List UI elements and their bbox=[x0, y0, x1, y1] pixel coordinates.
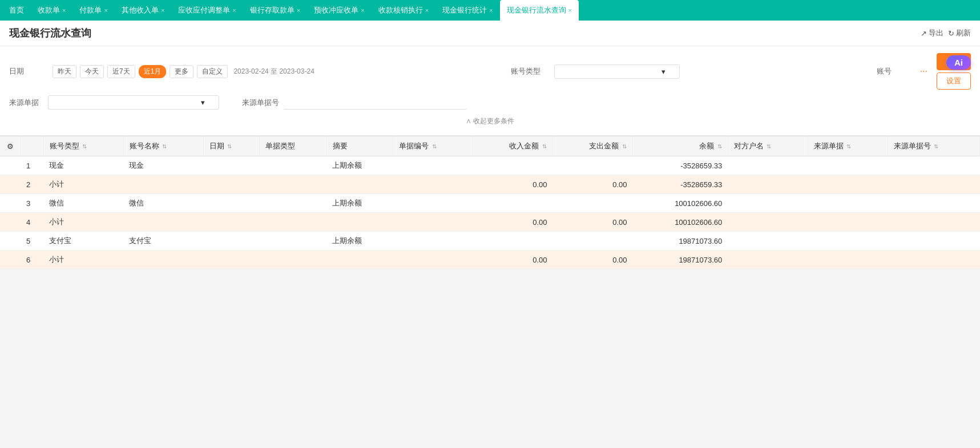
th-doc-no[interactable]: 单据编号 ⇅ bbox=[393, 136, 473, 156]
nav-adjustment[interactable]: 应收应付调整单 × bbox=[171, 0, 243, 21]
th-income[interactable]: 收入金额 ⇅ bbox=[473, 136, 552, 156]
filter-row-2: 来源单据 ▾ 来源单据号 bbox=[9, 95, 971, 110]
nav-bank-deposit[interactable]: 银行存取款单 × bbox=[243, 0, 307, 21]
account-type-label: 账号类型 bbox=[511, 66, 545, 76]
th-account-name[interactable]: 账号名称 ⇅ bbox=[123, 136, 203, 156]
th-num bbox=[21, 136, 43, 156]
refresh-icon: ↻ bbox=[948, 29, 954, 38]
nav-cashflow[interactable]: 现金银行流水查询 × bbox=[500, 0, 579, 21]
table-row[interactable]: 2小计0.000.00-3528659.33 bbox=[0, 175, 980, 194]
date-btn-today[interactable]: 今天 bbox=[80, 65, 104, 78]
date-options: 昨天 今天 近7天 近1月 更多 自定义 2023-02-24 至 2023-0… bbox=[53, 65, 314, 78]
th-account-type[interactable]: 账号类型 ⇅ bbox=[43, 136, 123, 156]
nav-payments[interactable]: 付款单 × bbox=[72, 0, 114, 21]
table-row[interactable]: 6小计0.000.0019871073.60 bbox=[0, 251, 980, 269]
date-filter-label: 日期 bbox=[9, 66, 43, 76]
nav-stats[interactable]: 现金银行统计 × bbox=[435, 0, 499, 21]
close-icon[interactable]: × bbox=[232, 7, 236, 14]
close-icon[interactable]: × bbox=[161, 7, 164, 14]
source-doc-no-input[interactable] bbox=[284, 96, 466, 110]
sort-icon: ⇅ bbox=[622, 143, 627, 150]
settings-button[interactable]: 设置 bbox=[937, 72, 971, 90]
table-row[interactable]: 4小计0.000.00100102606.60 bbox=[0, 213, 980, 232]
source-doc-select[interactable]: ▾ bbox=[48, 95, 219, 110]
sort-icon: ⇅ bbox=[846, 143, 851, 150]
nav-home[interactable]: 首页 bbox=[2, 0, 31, 21]
sort-icon: ⇅ bbox=[542, 143, 547, 150]
sort-icon: ⇅ bbox=[82, 143, 87, 150]
nav-verify[interactable]: 收款核销执行 × bbox=[372, 0, 435, 21]
export-button[interactable]: ↗ 导出 bbox=[921, 28, 943, 38]
nav-prepay[interactable]: 预收冲应收单 × bbox=[307, 0, 371, 21]
sort-icon: ⇅ bbox=[432, 143, 437, 150]
close-icon[interactable]: × bbox=[489, 7, 493, 14]
refresh-button[interactable]: ↻ 刷新 bbox=[948, 28, 971, 38]
th-summary: 摘要 bbox=[326, 136, 393, 156]
source-doc-no-label: 来源单据号 bbox=[242, 98, 279, 108]
th-source-doc[interactable]: 来源单据 ⇅ bbox=[808, 136, 888, 156]
th-date[interactable]: 日期 ⇅ bbox=[203, 136, 259, 156]
date-btn-more[interactable]: 更多 bbox=[170, 65, 193, 78]
date-btn-7days[interactable]: 近7天 bbox=[107, 65, 135, 78]
close-icon[interactable]: × bbox=[568, 7, 572, 14]
chevron-down-icon: ▾ bbox=[201, 98, 205, 107]
nav-other-income[interactable]: 其他收入单 × bbox=[115, 0, 171, 21]
top-nav: 首页 收款单 × 付款单 × 其他收入单 × 应收应付调整单 × 银行存取款单 … bbox=[0, 0, 980, 21]
table-header-row: ⚙ 账号类型 ⇅ 账号名称 ⇅ 日期 ⇅ 单据类型 摘要 bbox=[0, 136, 980, 156]
sort-icon: ⇅ bbox=[934, 143, 938, 150]
filter-area: 日期 昨天 今天 近7天 近1月 更多 自定义 2023-02-24 至 202… bbox=[0, 46, 980, 136]
collapse-icon: ∧ bbox=[466, 117, 471, 125]
sort-icon: ⇅ bbox=[227, 143, 232, 150]
th-balance[interactable]: 余额 ⇅ bbox=[633, 136, 728, 156]
filter-row-1: 日期 昨天 今天 近7天 近1月 更多 自定义 2023-02-24 至 202… bbox=[9, 53, 971, 90]
collapse-bar[interactable]: ∧ 收起更多条件 bbox=[9, 114, 971, 128]
sort-icon: ⇅ bbox=[162, 143, 167, 150]
close-icon[interactable]: × bbox=[297, 7, 300, 14]
chevron-down-icon: ▾ bbox=[662, 67, 666, 76]
source-doc-group: 来源单据 ▾ bbox=[9, 95, 219, 110]
th-doc-type: 单据类型 bbox=[259, 136, 326, 156]
th-expense[interactable]: 支出金额 ⇅ bbox=[553, 136, 633, 156]
table-row[interactable]: 3微信微信上期余额100102606.60 bbox=[0, 194, 980, 213]
date-btn-yesterday[interactable]: 昨天 bbox=[53, 65, 76, 78]
export-icon: ↗ bbox=[921, 29, 927, 38]
date-btn-1month[interactable]: 近1月 bbox=[139, 65, 167, 78]
account-label: 账号 bbox=[877, 66, 911, 76]
close-icon[interactable]: × bbox=[361, 7, 364, 14]
sort-icon: ⇅ bbox=[717, 143, 722, 150]
account-dots[interactable]: ··· bbox=[920, 66, 927, 76]
table-row[interactable]: 5支付宝支付宝上期余额19871073.60 bbox=[0, 232, 980, 251]
date-range-display: 2023-02-24 至 2023-03-24 bbox=[233, 67, 314, 76]
th-source-doc-no[interactable]: 来源单据号 ⇅ bbox=[888, 136, 979, 156]
table-container: ⚙ 账号类型 ⇅ 账号名称 ⇅ 日期 ⇅ 单据类型 摘要 bbox=[0, 136, 980, 269]
table-row[interactable]: 1现金现金上期余额-3528659.33 bbox=[0, 156, 980, 175]
source-doc-label: 来源单据 bbox=[9, 98, 43, 108]
sort-icon: ⇅ bbox=[767, 143, 771, 150]
header-actions: ↗ 导出 ↻ 刷新 bbox=[921, 28, 971, 38]
close-icon[interactable]: × bbox=[425, 7, 429, 14]
page-header: 现金银行流水查询 ↗ 导出 ↻ 刷新 bbox=[0, 21, 980, 46]
ai-badge[interactable]: Ai bbox=[946, 55, 971, 70]
th-gear[interactable]: ⚙ bbox=[0, 136, 21, 156]
page-title: 现金银行流水查询 bbox=[9, 26, 91, 40]
date-btn-custom[interactable]: 自定义 bbox=[197, 65, 228, 78]
th-counterpart[interactable]: 对方户名 ⇅ bbox=[728, 136, 808, 156]
data-table: ⚙ 账号类型 ⇅ 账号名称 ⇅ 日期 ⇅ 单据类型 摘要 bbox=[0, 136, 980, 269]
close-icon[interactable]: × bbox=[62, 7, 66, 14]
account-type-select[interactable]: ▾ bbox=[554, 64, 680, 79]
nav-receipts[interactable]: 收款单 × bbox=[31, 0, 72, 21]
source-doc-no-group: 来源单据号 bbox=[242, 96, 466, 110]
close-icon[interactable]: × bbox=[104, 7, 107, 14]
